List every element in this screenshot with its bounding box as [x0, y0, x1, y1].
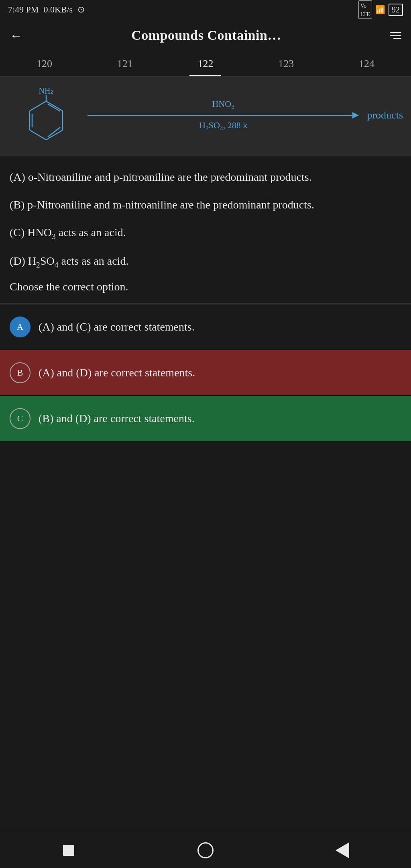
circle-icon: [197, 842, 214, 858]
menu-line-1: [390, 32, 401, 33]
nav-home-button[interactable]: [197, 841, 214, 859]
question-area: (A) o-Nitroaniline and p-nitroaniline ar…: [0, 156, 411, 303]
time-display: 7:49 PM: [8, 4, 39, 15]
instruction-text: Choose the correct option.: [10, 280, 401, 293]
back-button[interactable]: ←: [10, 28, 22, 43]
option-a-text: (A) o-Nitroaniline and p-nitroaniline ar…: [10, 168, 401, 186]
menu-line-3: [393, 38, 401, 39]
option-circle-b: B: [10, 362, 31, 383]
option-circle-c: C: [10, 408, 31, 429]
signal-icon: 📶: [375, 5, 385, 14]
reagent-below: H2SO4, 288 k: [199, 120, 247, 132]
molecule-structure: NH₂: [8, 86, 84, 144]
square-icon: [63, 845, 74, 856]
svg-line-4: [30, 130, 46, 140]
triangle-icon: [336, 842, 349, 858]
nav-square-button[interactable]: [60, 841, 77, 859]
answer-a-label: (A) and (C) are correct statements.: [39, 319, 195, 335]
answer-c-label: (B) and (D) are correct statements.: [39, 410, 195, 427]
spacer: [0, 441, 411, 602]
option-c-text: (C) HNO3 acts as an acid.: [10, 224, 401, 243]
status-bar: 7:49 PM 0.0KB/s ⊙ VoLTE 📶 92: [0, 0, 411, 19]
reaction-arrow-area: HNO3 H2SO4, 288 k: [84, 99, 362, 132]
tab-120[interactable]: 120: [28, 51, 60, 76]
answer-option-b[interactable]: B (A) and (D) are correct statements.: [0, 350, 411, 395]
page-title: Compounds Containin…: [131, 28, 281, 43]
tab-122[interactable]: 122: [189, 51, 221, 76]
status-right: VoLTE 📶 92: [358, 0, 403, 19]
tab-124[interactable]: 124: [351, 51, 383, 76]
tab-bar: 120 121 122 123 124: [0, 51, 411, 77]
nav-bar: [0, 832, 411, 868]
app-header: ← Compounds Containin…: [0, 19, 411, 51]
option-circle-a: A: [10, 317, 31, 337]
reaction-diagram: NH₂ HNO3: [0, 77, 411, 156]
reaction-arrow: [87, 112, 359, 118]
data-speed: 0.0KB/s: [43, 4, 73, 15]
svg-line-6: [30, 101, 46, 111]
menu-line-2: [390, 35, 401, 36]
nav-back-button[interactable]: [334, 841, 351, 859]
answer-option-a[interactable]: A (A) and (C) are correct statements.: [0, 304, 411, 349]
tab-123[interactable]: 123: [270, 51, 302, 76]
option-d-text: (D) H2SO4 acts as an acid.: [10, 252, 401, 271]
network-type: VoLTE: [358, 0, 372, 19]
answer-option-c[interactable]: C (B) and (D) are correct statements.: [0, 396, 411, 441]
arrow-line: [87, 115, 352, 116]
sync-icon: ⊙: [77, 4, 85, 15]
svg-line-1: [46, 101, 63, 111]
answer-b-label: (A) and (D) are correct statements.: [39, 364, 195, 381]
tab-121[interactable]: 121: [109, 51, 141, 76]
products-label: products: [367, 109, 403, 121]
status-left: 7:49 PM 0.0KB/s ⊙: [8, 4, 85, 15]
menu-button[interactable]: [390, 32, 401, 39]
svg-line-7: [48, 104, 60, 111]
battery-display: 92: [389, 4, 403, 16]
arrow-head: [352, 112, 359, 118]
reagent-above: HNO3: [212, 99, 234, 110]
svg-text:NH₂: NH₂: [39, 86, 54, 95]
option-b-text: (B) p-Nitroaniline and m-nitroaniline ar…: [10, 196, 401, 214]
